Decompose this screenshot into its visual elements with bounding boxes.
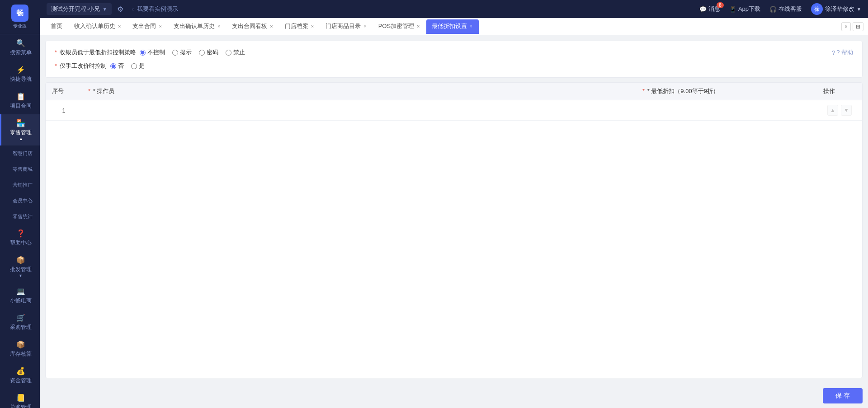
tab-label: 支出合同看板 (232, 22, 267, 30)
col-header-seq: 序号 (46, 83, 82, 100)
option-no[interactable]: 否 (110, 62, 124, 70)
option-forbid[interactable]: 禁止 (226, 48, 245, 56)
close-icon[interactable]: × (363, 23, 367, 29)
project-selector[interactable]: 测试分开完程·小兄 ▼ (47, 3, 112, 15)
sidebar-item-label: 零售统计 (13, 213, 33, 220)
tab-store-file[interactable]: 门店档案 × (279, 19, 320, 34)
headset-icon: 🎧 (769, 6, 777, 13)
tab-income-history[interactable]: 收入确认单历史 × (69, 19, 127, 34)
expand-tab-button[interactable]: ⊞ (853, 22, 863, 31)
close-icon[interactable]: × (217, 23, 221, 29)
required-star: * (55, 62, 57, 69)
manual-price-options: 否 是 (110, 62, 145, 70)
sidebar-item-retail[interactable]: 🏪 零售管理 ▲ (0, 114, 40, 145)
tab-home-label: 首页 (51, 22, 62, 30)
table-scroll: 序号 * * 操作员 * * 最低折扣（9.00等于9折） 操作 (46, 83, 862, 121)
sidebar-item-project[interactable]: 📋 项目合同 (0, 88, 40, 114)
required-star: * (88, 88, 90, 94)
sidebar-item-inventory[interactable]: 📦 库存核算 (0, 336, 40, 362)
sidebar-item-ledger[interactable]: 📒 总账管理 (0, 389, 40, 408)
money-icon: 💰 (16, 367, 25, 375)
move-up-button[interactable]: ▲ (827, 105, 838, 116)
move-down-button[interactable]: ▼ (841, 105, 852, 116)
table-row: 1 ▲ ▼ (46, 100, 862, 121)
tab-controls: × ⊞ (841, 22, 863, 31)
help-link[interactable]: ? ? 帮助 (832, 48, 853, 56)
demo-link[interactable]: ○ 我要看实例演示 (132, 5, 178, 13)
option-no-control[interactable]: 不控制 (140, 48, 165, 56)
tab-payment-contract[interactable]: 支出合同 × (127, 19, 168, 34)
option-label: 禁止 (233, 48, 245, 56)
option-label: 否 (118, 62, 124, 70)
computer-icon: 💻 (16, 287, 25, 295)
col-header-discount: * * 最低折扣（9.00等于9折） (636, 83, 817, 100)
col-header-operator: * * 操作员 (82, 83, 636, 100)
sidebar-item-smart-store[interactable]: 智慧门店 (0, 145, 40, 161)
online-service-button[interactable]: 🎧 在线客服 (769, 5, 802, 13)
close-icon[interactable]: × (469, 23, 473, 29)
search-icon: 🔍 (16, 39, 25, 47)
tab-payment-confirm-history[interactable]: 支出确认单历史 × (168, 19, 226, 34)
sidebar-item-ecommerce[interactable]: 💻 小畅电商 (0, 282, 40, 309)
sidebar-item-member[interactable]: 会员中心 (0, 193, 40, 209)
help-label: ? 帮助 (836, 48, 853, 56)
tab-payment-contract-board[interactable]: 支出合同看板 × (226, 19, 279, 34)
tab-label: 门店商品目录 (326, 22, 361, 30)
main-wrap: 测试分开完程·小兄 ▼ ⚙ ○ 我要看实例演示 💬 消息 8 📱 App下载 🎧… (40, 0, 868, 408)
tab-pos-password[interactable]: POS加密管理 × (373, 19, 426, 34)
help-icon: ❓ (16, 229, 25, 238)
sidebar-item-label: 搜索菜单 (10, 49, 32, 56)
sidebar-item-purchase[interactable]: 🛒 采购管理 (0, 309, 40, 336)
user-dropdown-icon: ▼ (857, 7, 861, 12)
top-header: 测试分开完程·小兄 ▼ ⚙ ○ 我要看实例演示 💬 消息 8 📱 App下载 🎧… (40, 0, 868, 18)
sidebar-item-finance[interactable]: 💰 资金管理 (0, 362, 40, 389)
tab-min-discount[interactable]: 最低折扣设置 × (426, 19, 479, 34)
logo-icon: 畅 (11, 5, 28, 22)
option-password[interactable]: 密码 (199, 48, 218, 56)
user-info[interactable]: 徐 徐泽华修改 ▼ (811, 3, 861, 15)
close-icon[interactable]: × (416, 23, 420, 29)
close-icon[interactable]: × (158, 23, 162, 29)
sidebar-item-retail-stats[interactable]: 零售统计 (0, 209, 40, 225)
tab-home[interactable]: 首页 (44, 19, 69, 34)
close-icon[interactable]: × (310, 23, 315, 29)
close-icon[interactable]: × (269, 23, 274, 29)
required-star: * (55, 49, 57, 56)
discount-strategy-row: * 收银员低于最低折扣控制策略 不控制 提示 密码 (55, 48, 853, 56)
avatar: 徐 (811, 3, 823, 15)
inventory-icon: 📦 (16, 340, 25, 349)
required-star: * (642, 88, 645, 94)
cell-operator (82, 100, 636, 121)
project-settings-button[interactable]: ⚙ (115, 3, 125, 15)
sidebar-item-online-store[interactable]: 零售商城 (0, 161, 40, 177)
page-footer: 保 存 (40, 384, 868, 408)
sidebar-item-label: 智慧门店 (13, 150, 33, 157)
sidebar-item-help[interactable]: ❓ 帮助中心 (0, 225, 40, 251)
sidebar-item-label: 资金管理 (10, 377, 32, 385)
option-label: 提示 (180, 48, 192, 56)
messages-badge: 8 (717, 2, 724, 8)
sidebar-item-search[interactable]: 🔍 搜索菜单 (0, 34, 40, 61)
close-icon[interactable]: × (117, 23, 122, 29)
messages-button[interactable]: 💬 消息 8 (699, 5, 720, 13)
action-buttons: ▲ ▼ (823, 105, 856, 116)
close-tab-button[interactable]: × (841, 22, 851, 31)
tab-store-products[interactable]: 门店商品目录 × (320, 19, 373, 34)
sidebar-item-marketing[interactable]: 营销推广 (0, 177, 40, 193)
sidebar-item-batch[interactable]: 📦 批发管理 ▼ (0, 251, 40, 282)
store-icon: 🏪 (16, 119, 25, 127)
save-button[interactable]: 保 存 (823, 388, 863, 403)
discount-strategy-label: * 收银员低于最低折扣控制策略 (55, 48, 136, 56)
sidebar-item-quicknav[interactable]: ⚡ 快捷导航 (0, 61, 40, 88)
sidebar-item-label: 总账管理 (10, 403, 32, 408)
package-icon: 📦 (16, 256, 25, 264)
tab-bar: 首页 收入确认单历史 × 支出合同 × 支出确认单历史 × 支出合同看板 × 门… (40, 18, 868, 35)
option-remind[interactable]: 提示 (172, 48, 192, 56)
page-content: * 收银员低于最低折扣控制策略 不控制 提示 密码 (40, 35, 868, 384)
user-name: 徐泽华修改 (825, 5, 854, 13)
tab-label: 收入确认单历史 (74, 22, 115, 30)
chevron-up-icon: ▲ (19, 136, 23, 141)
option-label: 不控制 (147, 48, 165, 56)
app-download-button[interactable]: 📱 App下载 (729, 5, 760, 13)
option-yes[interactable]: 是 (131, 62, 145, 70)
